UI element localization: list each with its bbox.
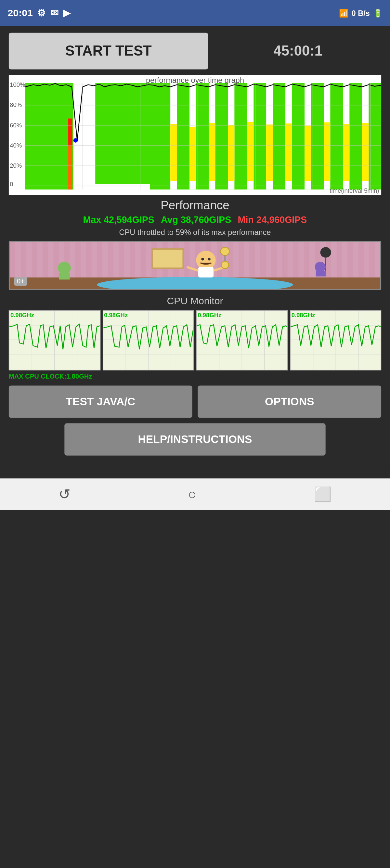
stat-avg: Avg 38,760GIPS xyxy=(161,215,231,226)
svg-rect-17 xyxy=(247,122,253,181)
performance-title: Performance xyxy=(9,198,381,213)
svg-rect-56 xyxy=(59,273,70,279)
help-button[interactable]: HELP/INSTRUCTIONS xyxy=(65,424,325,456)
timer-display: 45:00:1 xyxy=(215,42,382,59)
cpu-graphs-row: 0.98GHz 0.98GHz xyxy=(9,310,381,370)
svg-point-43 xyxy=(320,247,331,258)
y-label-0: 0 xyxy=(10,181,13,187)
wifi-icon: 📶 xyxy=(339,9,349,18)
settings-icon: ⚙ xyxy=(37,7,46,19)
ad-banner: 0+ xyxy=(9,241,381,290)
svg-point-57 xyxy=(315,262,326,272)
svg-rect-19 xyxy=(266,124,273,181)
performance-section: Performance Max 42,594GIPS Avg 38,760GIP… xyxy=(9,198,381,237)
status-bar: 20:01 ⚙ ✉ ▶ 📶 0 B/s 🔋 xyxy=(0,0,390,26)
svg-rect-58 xyxy=(316,271,326,276)
ad-inner: 0+ xyxy=(10,242,380,289)
svg-rect-29 xyxy=(362,123,368,181)
y-label-100: 100% xyxy=(10,81,25,88)
svg-rect-3 xyxy=(68,119,72,146)
mail-icon: ✉ xyxy=(50,7,59,19)
svg-rect-25 xyxy=(324,122,330,181)
graph-title: performance over time graph xyxy=(146,76,244,85)
cpu-core-4: 0.98GHz xyxy=(290,310,382,370)
cpu-core-2: 0.98GHz xyxy=(102,310,194,370)
nav-bar: ↺ ○ ⬜ xyxy=(0,478,390,510)
play-icon: ▶ xyxy=(63,7,70,19)
cpu-freq-3: 0.98GHz xyxy=(198,312,221,318)
y-label-60: 60% xyxy=(10,122,22,128)
svg-rect-13 xyxy=(209,123,215,181)
data-speed: 0 B/s xyxy=(352,9,370,18)
bottom-buttons-row: TEST JAVA/C OPTIONS xyxy=(9,386,381,418)
ad-rating: 0+ xyxy=(14,277,27,286)
performance-graph: performance over time graph 100% 80% 60%… xyxy=(9,75,381,195)
throttle-text: CPU throttled to 59% of its max performa… xyxy=(9,228,381,237)
svg-rect-23 xyxy=(304,126,311,181)
svg-rect-42 xyxy=(153,250,182,268)
home-nav-icon[interactable]: ○ xyxy=(188,486,196,503)
cpu-freq-4: 0.98GHz xyxy=(292,312,315,318)
graph-interval-label: time(interval 5min) xyxy=(330,187,379,194)
status-left: 20:01 ⚙ ✉ ▶ xyxy=(8,7,70,19)
svg-rect-15 xyxy=(228,125,234,181)
cpu-freq-2: 0.98GHz xyxy=(104,312,128,318)
recent-nav-icon[interactable]: ⬜ xyxy=(314,486,331,503)
svg-rect-21 xyxy=(286,123,292,181)
svg-rect-27 xyxy=(343,124,349,181)
y-label-80: 80% xyxy=(10,102,22,108)
svg-point-48 xyxy=(208,258,210,260)
cpu-svg-3 xyxy=(197,311,287,370)
performance-svg xyxy=(9,75,381,195)
start-test-button[interactable]: START TEST xyxy=(9,33,208,69)
svg-point-55 xyxy=(58,262,71,275)
top-row: START TEST 45:00:1 xyxy=(9,33,381,69)
test-java-button[interactable]: TEST JAVA/C xyxy=(9,386,192,418)
svg-rect-6 xyxy=(95,83,150,184)
cpu-monitor-title: CPU Monitor xyxy=(9,296,381,307)
cpu-core-1: 0.98GHz xyxy=(9,310,100,370)
svg-point-52 xyxy=(221,247,230,256)
ad-svg xyxy=(10,242,380,289)
cpu-svg-2 xyxy=(103,311,193,370)
svg-point-54 xyxy=(221,261,229,269)
cpu-core-3: 0.98GHz xyxy=(196,310,288,370)
stat-max: Max 42,594GIPS xyxy=(83,215,154,226)
y-label-20: 20% xyxy=(10,162,22,169)
y-label-40: 40% xyxy=(10,142,22,149)
cpu-svg-1 xyxy=(9,311,100,370)
battery-icon: 🔋 xyxy=(373,9,383,18)
status-right: 📶 0 B/s 🔋 xyxy=(339,9,383,18)
time-display: 20:01 xyxy=(8,7,33,19)
svg-rect-1 xyxy=(25,83,74,189)
stat-min: Min 24,960GIPS xyxy=(238,215,307,226)
svg-rect-11 xyxy=(189,127,196,181)
performance-stats: Max 42,594GIPS Avg 38,760GIPS Min 24,960… xyxy=(9,215,381,226)
svg-rect-49 xyxy=(198,267,213,278)
main-content: START TEST 45:00:1 performance over time… xyxy=(0,26,390,468)
back-nav-icon[interactable]: ↺ xyxy=(59,486,70,503)
cpu-svg-4 xyxy=(290,311,381,370)
svg-point-47 xyxy=(201,258,204,260)
options-button[interactable]: OPTIONS xyxy=(198,386,381,418)
max-cpu-label: MAX CPU CLOCK:1.80GHz xyxy=(9,372,381,380)
svg-rect-9 xyxy=(170,124,177,181)
cpu-freq-1: 0.98GHz xyxy=(10,312,34,318)
